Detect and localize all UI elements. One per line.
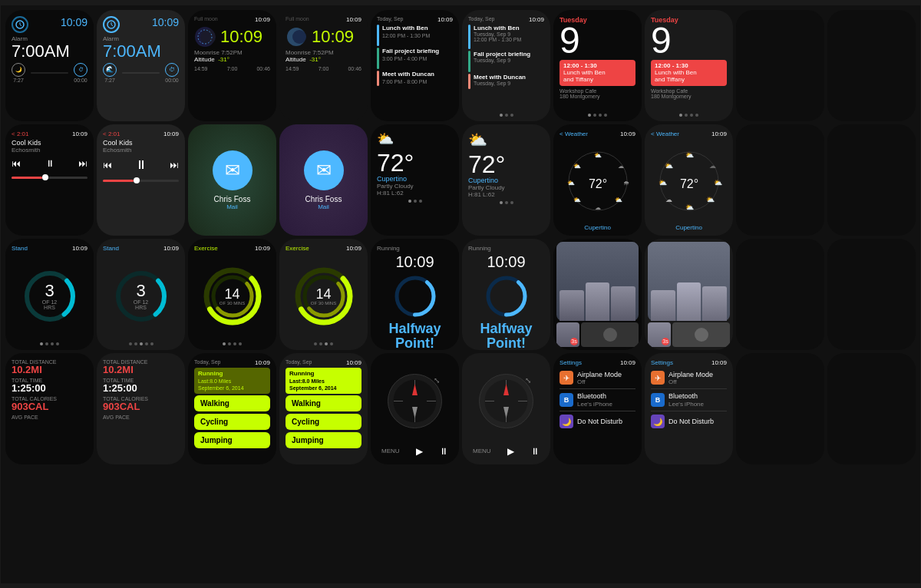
music2-label: < 2:01 <box>103 130 120 137</box>
mail1-name: Chris Foss <box>214 195 251 203</box>
cal1-time: 10:09 <box>437 16 453 23</box>
weather4-time: 10:09 <box>711 130 727 137</box>
watch-grid: 10:09 Alarm 7:00AM 🌙 7:27 ⏱ 00:00 10:09 … <box>1 5 920 583</box>
fitness1-cal-val: 903CAL <box>12 401 87 412</box>
photos2-badge: 3s <box>662 338 669 345</box>
watch-mail2: ✉ Chris Foss Mail <box>279 124 368 236</box>
weather4-city: Cupertino <box>651 224 727 231</box>
moonrise-r1c3: Moonrise 7:52PM <box>194 49 270 56</box>
spacer-r3c10 <box>827 239 916 350</box>
svg-text:⛅: ⛅ <box>594 151 602 159</box>
exercise2-label: Exercise <box>286 245 309 252</box>
next-btn2[interactable]: ⏭ <box>170 160 179 170</box>
airplane-icon2: ✈ <box>651 371 665 385</box>
time-r1c4: 10:09 <box>346 16 361 23</box>
exercise1-time: 10:09 <box>255 245 270 252</box>
weather-hl1: H:81 L:62 <box>377 190 453 197</box>
weather-temp2: 72° <box>468 152 544 177</box>
altitude-r1c3: Altitude -31° <box>194 56 270 63</box>
watch-r1c3: Full moon 10:09 10:09 Moonrise 7:52PM Al… <box>188 10 276 121</box>
pause-btn[interactable]: ⏸ <box>45 158 54 169</box>
cal2-time: 10:09 <box>529 16 544 23</box>
svg-text:72°: 72° <box>588 177 606 190</box>
exercise2-sub: OF 30 MINS <box>311 301 336 306</box>
halfway2-text: HalfwayPoint! <box>468 322 544 350</box>
stand2-num: 3 <box>127 282 154 299</box>
weather-radial-svg4: ⛅ ☁ ⛅ ⛅ ⛅ ☁ ⛅ ⛅ 72° <box>655 147 724 216</box>
watch-exercise1: Exercise 10:09 14 OF 30 MINS <box>188 239 276 350</box>
workout2-time: 10:09 <box>346 359 361 366</box>
workout1-cycling[interactable]: Cycling <box>194 414 270 430</box>
photos1-badge: 3s <box>570 338 578 345</box>
cal4-day-num: 9 <box>651 24 727 57</box>
workout1-walking[interactable]: Walking <box>194 395 270 411</box>
running-ring-svg1 <box>393 274 437 319</box>
svg-text:⛅: ⛅ <box>573 162 581 170</box>
music1-label: < 2:01 <box>12 130 28 137</box>
settings1-bluetooth[interactable]: B Bluetooth Lee's iPhone <box>560 389 635 411</box>
prev-btn2[interactable]: ⏮ <box>103 160 112 170</box>
workout2-header: Today, Sep <box>286 359 312 366</box>
workout2-cycling[interactable]: Cycling <box>286 414 361 430</box>
compass2-menu: MENU ▶ ⏸ <box>468 443 544 460</box>
weather3-city: Cupertino <box>560 224 635 231</box>
weather-city2: Cupertino <box>468 177 544 184</box>
exercise2-num: 14 <box>311 287 336 301</box>
watch-r1c1: 10:09 Alarm 7:00AM 🌙 7:27 ⏱ 00:00 <box>5 10 94 121</box>
time-r1c3: 10:09 <box>255 16 270 23</box>
watch-settings1: Settings 10:09 ✈ Airplane Mode Off B Blu… <box>553 353 642 464</box>
spacer-r4c9 <box>736 353 824 464</box>
svg-text:⛅: ⛅ <box>685 203 694 212</box>
settings1-airplane[interactable]: ✈ Airplane Mode Off <box>560 368 635 390</box>
stand1-label: Stand <box>12 245 28 252</box>
watch-cal2: Today, Sep 10:09 Lunch with Ben Tuesday,… <box>462 10 550 121</box>
stand2-sub: OF 12 HRS <box>127 299 154 310</box>
comp2-r1c1: 00:00 <box>74 78 87 83</box>
svg-text:⛅: ⛅ <box>615 196 622 203</box>
weather4-header: < Weather <box>651 130 679 137</box>
watch-weather1: ⛅ 72° Cupertino Partly Cloudy H:81 L:62 <box>371 124 459 236</box>
prev-btn[interactable]: ⏮ <box>12 158 21 169</box>
workout1-jumping[interactable]: Jumping <box>194 432 270 448</box>
svg-text:⛅: ⛅ <box>713 178 722 187</box>
weather3-header: < Weather <box>560 130 588 137</box>
bluetooth-icon1: B <box>560 393 573 407</box>
music1-time: 10:09 <box>72 130 87 137</box>
clock-time-r1c2: 10:09 <box>152 16 179 33</box>
watch-mail1: ✉ Chris Foss Mail <box>188 124 276 236</box>
watch-r1c2: 10:09 Alarm 7:00AM 🌊 7:27 ⏱ 00:00 <box>97 10 185 121</box>
watch-compass2: ⤡ MENU ▶ ⏸ <box>462 353 550 464</box>
watch-r1c4: Full moon 10:09 10:09 Moonrise 7:52PM Al… <box>279 10 368 121</box>
watch-fitness2: TOTAL DISTANCE 10.2MI TOTAL TIME 1:25:00… <box>97 353 185 464</box>
comp2-r1c2: 00:00 <box>165 78 179 83</box>
settings2-airplane[interactable]: ✈ Airplane Mode Off <box>651 368 727 390</box>
music1-artist: Echosmith <box>12 147 87 154</box>
altitude-r1c4: Altitude -31° <box>286 56 361 63</box>
workout2-walking[interactable]: Walking <box>286 395 361 411</box>
weather-hl2: H:81 L:62 <box>468 191 544 198</box>
clock-time-r1c1: 10:09 <box>61 16 87 33</box>
watch-cal1: Today, Sep 10:09 Lunch with Ben 12:00 PM… <box>371 10 459 121</box>
dnd-icon1: 🌙 <box>560 415 573 428</box>
watch-running1: Running 10:09 HalfwayPoint! <box>371 239 459 350</box>
workout2-jumping[interactable]: Jumping <box>286 432 361 448</box>
svg-text:⛅: ⛅ <box>685 150 694 160</box>
svg-text:🌧: 🌧 <box>623 180 629 187</box>
fitness2-cal-val: 903CAL <box>103 401 179 412</box>
stand2-label: Stand <box>103 245 119 252</box>
settings2-dnd[interactable]: 🌙 Do Not Disturb <box>651 411 727 431</box>
pause-btn2[interactable]: ⏸ <box>135 158 147 172</box>
spacer-r1c10 <box>827 10 916 121</box>
svg-text:⛅: ⛅ <box>573 196 581 203</box>
svg-point-3 <box>200 29 216 45</box>
fitness2-pace-label: AVG PACE <box>103 415 179 420</box>
stand1-time: 10:09 <box>72 245 87 252</box>
alarm-time-r1c1: 7:00AM <box>12 43 87 60</box>
settings1-dnd[interactable]: 🌙 Do Not Disturb <box>560 411 635 431</box>
weather3-time: 10:09 <box>620 130 635 137</box>
svg-text:☁: ☁ <box>618 163 624 170</box>
weather-cloud-icon1: ⛅ <box>377 130 394 147</box>
settings2-bluetooth[interactable]: B Bluetooth Lee's iPhone <box>651 389 727 411</box>
next-btn[interactable]: ⏭ <box>78 158 87 169</box>
svg-text:⛅: ⛅ <box>664 161 673 170</box>
